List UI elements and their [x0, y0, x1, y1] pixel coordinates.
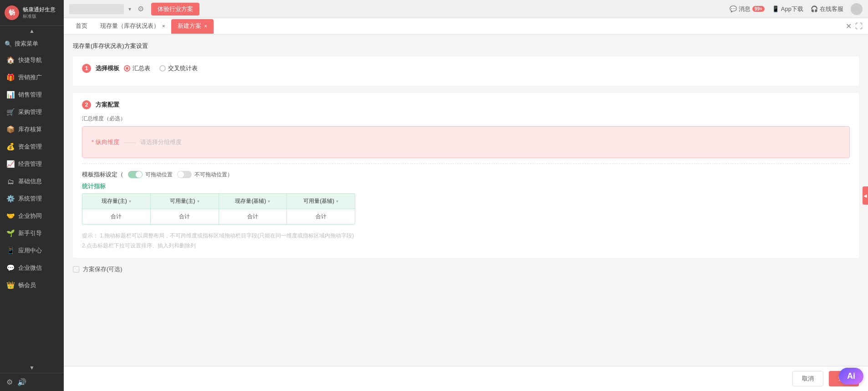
- online-service-item[interactable]: 🎧 在线客服: [811, 5, 843, 13]
- col-0-label: 现存量(主): [102, 197, 127, 205]
- topbar-gear-icon[interactable]: ⚙: [138, 5, 144, 13]
- topbar-search-input[interactable]: [69, 4, 124, 14]
- app-download-item[interactable]: 📱 App下载: [772, 5, 803, 13]
- settings-icon[interactable]: ⚙: [6, 378, 13, 386]
- sidebar-item-label: 系统管理: [18, 195, 42, 203]
- sidebar-nav: 🏠 快捷导航 🎁 营销推广 📊 销售管理 🛒 采购管理 📦 库存核算 💰 资金管…: [0, 51, 64, 363]
- tab-inventory[interactable]: 现存量（库存状况表） ×: [94, 19, 171, 34]
- cell-0: 合计: [82, 209, 151, 224]
- tab-home[interactable]: 首页: [69, 19, 94, 34]
- scroll-up[interactable]: ▲: [0, 26, 64, 36]
- tab-new-plan[interactable]: 新建方案 ×: [171, 19, 213, 34]
- marketing-icon: 🎁: [6, 73, 15, 82]
- sidebar-item-inventory[interactable]: 📦 库存核算: [0, 121, 64, 138]
- sidebar-footer: ⚙ 🔊: [0, 373, 64, 391]
- sidebar-item-label: 经营管理: [18, 160, 42, 168]
- sidebar: 畅 畅康通好生意 标准版 ▲ 🔍 搜索菜单 🏠 快捷导航 🎁 营销推广 📊 销售…: [0, 0, 64, 391]
- col-3-label: 可用量(基辅): [303, 197, 334, 205]
- tip-area: 提示： 1.拖动标题栏可以调整布局，不可跨维度或指标区域拖动栏目字段(只能在同一…: [82, 231, 850, 251]
- non-draggable-label: 不可拖动位置）: [194, 171, 233, 179]
- col-3[interactable]: 可用量(基辅) ▾: [287, 194, 355, 209]
- step2-title: 方案配置: [96, 101, 119, 109]
- main-area: ▾ ⚙ 体验行业方案 💬 消息 99+ 📱 App下载 🎧 在线客服 首页: [64, 0, 868, 391]
- col-1[interactable]: 可用量(主) ▾: [151, 194, 219, 209]
- expand-window-btn[interactable]: ⛶: [855, 22, 863, 31]
- indicator-settings: 模板指标设定（ 可拖动位置 不可拖动位置） 统计指标 现存量(主): [82, 170, 850, 225]
- draggable-toggle[interactable]: 可拖动位置: [128, 171, 173, 179]
- enterprise-icon: 🤝: [6, 212, 15, 220]
- topbar: ▾ ⚙ 体验行业方案 💬 消息 99+ 📱 App下载 🎧 在线客服: [64, 0, 868, 18]
- tab-home-label: 首页: [76, 22, 87, 30]
- stat-table-body: 合计 合计 合计 合计: [82, 209, 355, 224]
- step2-section: 2 方案配置 汇总维度（必选） * 纵向维度 —— 请选择分组维度 模板指标设定…: [73, 93, 859, 258]
- col-1-arrow[interactable]: ▾: [197, 199, 199, 204]
- radio-summary-table[interactable]: 汇总表: [124, 64, 150, 72]
- sidebar-item-enterprise[interactable]: 🤝 企业协同: [0, 207, 64, 225]
- right-expand-handle[interactable]: ◀: [863, 186, 868, 205]
- sidebar-item-management[interactable]: 📈 经营管理: [0, 155, 64, 173]
- sidebar-item-system[interactable]: ⚙️ 系统管理: [0, 190, 64, 207]
- user-avatar[interactable]: [851, 3, 863, 15]
- sidebar-item-quicknav[interactable]: 🏠 快捷导航: [0, 51, 64, 69]
- draggable-label: 可拖动位置: [145, 171, 173, 179]
- indicator-settings-label: 模板指标设定（ 可拖动位置 不可拖动位置）: [82, 170, 850, 179]
- sidebar-item-marketing[interactable]: 🎁 营销推广: [0, 69, 64, 86]
- save-option-label: 方案保存(可选): [83, 265, 123, 273]
- section-divider: [82, 164, 850, 164]
- dimension-box[interactable]: * 纵向维度 —— 请选择分组维度: [82, 126, 850, 158]
- sidebar-item-label: 应用中心: [18, 247, 42, 255]
- save-option: 方案保存(可选): [73, 265, 859, 273]
- message-item[interactable]: 💬 消息 99+: [730, 5, 765, 13]
- col-2-label: 现存量(基辅): [235, 197, 266, 205]
- col-0-arrow[interactable]: ▾: [129, 199, 131, 204]
- sidebar-item-finance[interactable]: 💰 资金管理: [0, 138, 64, 155]
- sidebar-item-newbie[interactable]: 🌱 新手引导: [0, 225, 64, 242]
- step1-badge: 1: [82, 64, 91, 73]
- ai-button[interactable]: Ai: [839, 368, 863, 385]
- appcenter-icon: 📱: [6, 247, 15, 255]
- radio-cross-table[interactable]: 交叉统计表: [159, 64, 198, 72]
- tab-inventory-close[interactable]: ×: [162, 23, 165, 29]
- step2-header: 2 方案配置: [82, 100, 850, 109]
- message-icon: 💬: [730, 5, 737, 12]
- stat-table-header: 现存量(主) ▾ 可用量(主) ▾ 现存量(基辅) ▾ 可用量(基辅): [82, 194, 355, 209]
- logo-icon: 畅: [5, 5, 19, 20]
- sidebar-item-basic[interactable]: 🗂 基础信息: [0, 173, 64, 190]
- quicknav-icon: 🏠: [6, 56, 15, 64]
- non-draggable-toggle[interactable]: 不可拖动位置）: [177, 171, 233, 179]
- sidebar-item-member[interactable]: 👑 畅会员: [0, 277, 64, 294]
- draggable-toggle-control[interactable]: [128, 171, 143, 178]
- experience-btn[interactable]: 体验行业方案: [151, 3, 199, 15]
- newbie-icon: 🌱: [6, 229, 15, 237]
- audio-icon[interactable]: 🔊: [17, 378, 26, 386]
- cell-1: 合计: [151, 209, 219, 224]
- sidebar-item-wechat[interactable]: 💬 企业微信: [0, 259, 64, 277]
- non-draggable-toggle-control[interactable]: [177, 171, 192, 178]
- tab-new-plan-close[interactable]: ×: [204, 23, 207, 29]
- message-label: 消息: [739, 5, 751, 13]
- col-2-arrow[interactable]: ▾: [268, 199, 270, 204]
- step1-title: 选择模板: [96, 64, 119, 72]
- topbar-dropdown-arrow[interactable]: ▾: [128, 6, 131, 12]
- member-icon: 👑: [6, 281, 15, 289]
- system-icon: ⚙️: [6, 195, 15, 203]
- sidebar-item-purchase[interactable]: 🛒 采购管理: [0, 103, 64, 121]
- save-checkbox[interactable]: [73, 266, 79, 273]
- sidebar-item-sales[interactable]: 📊 销售管理: [0, 86, 64, 103]
- tab-inventory-label: 现存量（库存状况表）: [100, 22, 159, 30]
- cancel-button[interactable]: 取消: [792, 371, 823, 386]
- finance-icon: 💰: [6, 143, 15, 151]
- app-name: 畅康通好生意: [23, 6, 56, 14]
- col-3-arrow[interactable]: ▾: [336, 199, 338, 204]
- sidebar-item-appcenter[interactable]: 📱 应用中心: [0, 242, 64, 259]
- scroll-down[interactable]: ▼: [0, 363, 64, 373]
- step1-header: 1 选择模板 汇总表 交叉统计表: [82, 64, 850, 73]
- col-0[interactable]: 现存量(主) ▾: [82, 194, 151, 209]
- topbar-right: 💬 消息 99+ 📱 App下载 🎧 在线客服: [730, 3, 863, 15]
- basic-icon: 🗂: [6, 177, 15, 185]
- close-window-btn[interactable]: ✕: [846, 22, 852, 31]
- sidebar-item-label: 基础信息: [18, 177, 42, 185]
- tip-title: 提示： 1.拖动标题栏可以调整布局，不可跨维度或指标区域拖动栏目字段(只能在同一…: [82, 231, 850, 241]
- sidebar-search[interactable]: 🔍 搜索菜单: [0, 36, 64, 51]
- col-2[interactable]: 现存量(基辅) ▾: [219, 194, 287, 209]
